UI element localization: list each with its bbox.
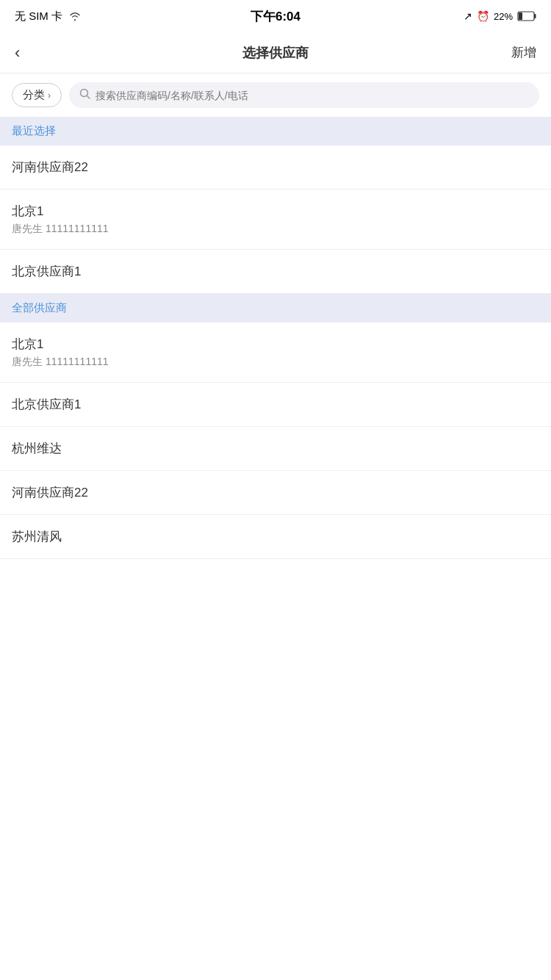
item-name: 北京1	[12, 336, 539, 353]
item-sub: 唐先生 11111111111	[12, 356, 539, 369]
all-list: 北京1唐先生 11111111111北京供应商1杭州维达河南供应商22苏州清风	[0, 323, 551, 559]
filter-bar: 分类 ›	[0, 73, 551, 117]
status-left: 无 SIM 卡	[15, 10, 82, 24]
wifi-icon	[68, 11, 82, 21]
location-icon: ↗	[464, 10, 472, 22]
item-name: 北京供应商1	[12, 263, 539, 280]
recent-section-header: 最近选择	[0, 117, 551, 145]
battery-label: 22%	[494, 11, 513, 22]
back-button[interactable]: ‹	[15, 43, 44, 62]
status-right: ↗ ⏰ 22%	[464, 10, 536, 22]
all-list-item[interactable]: 苏州清风	[0, 515, 551, 559]
item-name: 河南供应商22	[12, 159, 539, 176]
all-list-item[interactable]: 北京供应商1	[0, 383, 551, 427]
page-title: 选择供应商	[242, 44, 309, 62]
recent-list-item[interactable]: 河南供应商22	[0, 145, 551, 190]
category-label: 分类	[23, 88, 45, 102]
item-name: 北京1	[12, 203, 539, 220]
item-name: 河南供应商22	[12, 484, 539, 501]
search-icon	[79, 88, 91, 102]
status-bar: 无 SIM 卡 下午6:04 ↗ ⏰ 22%	[0, 0, 551, 32]
all-section-label: 全部供应商	[12, 301, 67, 314]
category-arrow-icon: ›	[48, 90, 51, 101]
svg-line-4	[87, 96, 90, 99]
search-box	[69, 82, 539, 108]
recent-list-item[interactable]: 北京供应商1	[0, 250, 551, 294]
sim-label: 无 SIM 卡	[15, 10, 62, 24]
item-sub: 唐先生 11111111111	[12, 223, 539, 236]
status-time: 下午6:04	[251, 8, 300, 25]
all-list-item[interactable]: 杭州维达	[0, 427, 551, 471]
svg-rect-1	[534, 14, 536, 18]
alarm-icon: ⏰	[477, 10, 489, 22]
all-list-item[interactable]: 河南供应商22	[0, 471, 551, 515]
item-name: 苏州清风	[12, 528, 539, 545]
nav-bar: ‹ 选择供应商 新增	[0, 32, 551, 73]
all-section-header: 全部供应商	[0, 294, 551, 323]
search-input[interactable]	[96, 90, 529, 101]
new-action-button[interactable]: 新增	[511, 44, 536, 61]
all-list-item[interactable]: 北京1唐先生 11111111111	[0, 323, 551, 383]
item-name: 北京供应商1	[12, 396, 539, 413]
recent-list-item[interactable]: 北京1唐先生 11111111111	[0, 190, 551, 250]
recent-list: 河南供应商22北京1唐先生 11111111111北京供应商1	[0, 145, 551, 294]
svg-rect-2	[519, 12, 522, 20]
item-name: 杭州维达	[12, 440, 539, 457]
battery-icon	[517, 11, 536, 21]
category-button[interactable]: 分类 ›	[12, 83, 62, 107]
recent-section-label: 最近选择	[12, 124, 56, 137]
